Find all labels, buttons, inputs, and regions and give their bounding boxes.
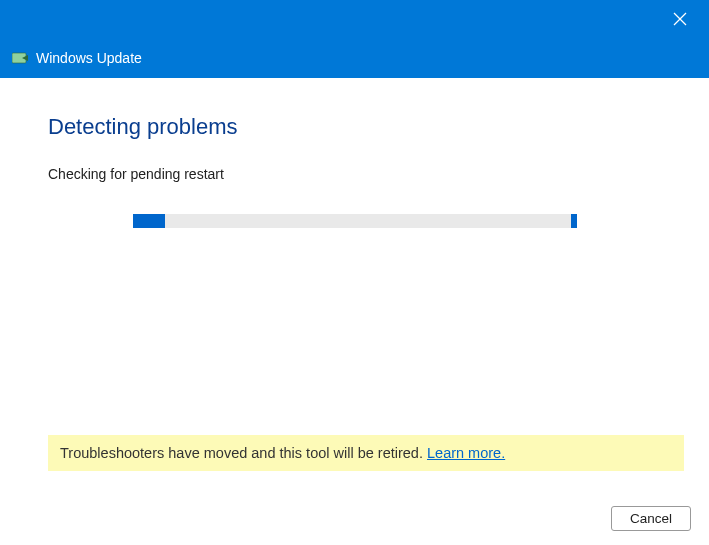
titlebar <box>0 0 709 38</box>
header-title: Windows Update <box>36 50 142 66</box>
notice-bar: Troubleshooters have moved and this tool… <box>48 435 684 471</box>
progress-bar <box>133 214 577 228</box>
notice-text: Troubleshooters have moved and this tool… <box>60 445 427 461</box>
status-text: Checking for pending restart <box>48 166 661 182</box>
progress-fill <box>133 214 165 228</box>
cancel-button[interactable]: Cancel <box>611 506 691 531</box>
close-icon <box>673 12 687 26</box>
update-icon <box>12 51 30 65</box>
page-title: Detecting problems <box>48 114 661 140</box>
progress-container <box>48 214 661 228</box>
footer: Cancel <box>611 506 691 531</box>
header: Windows Update <box>0 38 709 78</box>
content-area: Detecting problems Checking for pending … <box>0 78 709 228</box>
close-button[interactable] <box>665 4 695 34</box>
progress-end-marker <box>571 214 577 228</box>
learn-more-link[interactable]: Learn more. <box>427 445 505 461</box>
